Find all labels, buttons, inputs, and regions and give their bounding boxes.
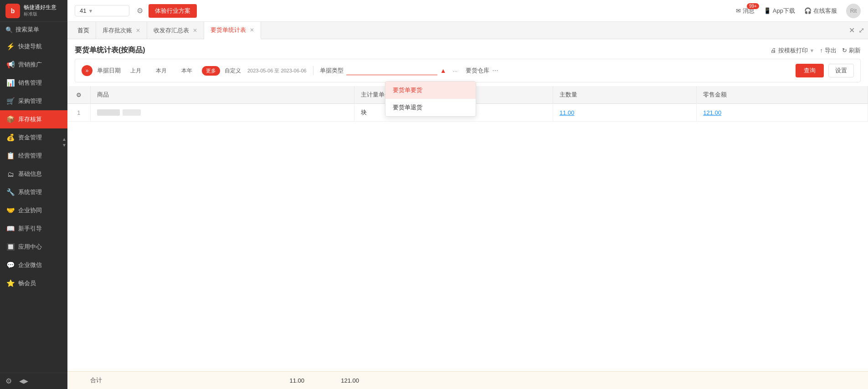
refresh-btn[interactable]: ↻ 刷新 [842,46,861,55]
sidebar-item-inventory-label: 库存核算 [18,115,42,123]
app-download-label: App下载 [773,7,795,15]
quick-nav-icon: ⚡ [6,42,15,51]
sidebar-item-basic[interactable]: 🗂 基础信息 [0,165,67,183]
sidebar-item-marketing[interactable]: 📢 营销推广 [0,56,67,74]
sidebar-item-sales[interactable]: 📊 销售管理 [0,74,67,92]
online-service-icon: 🎧 [804,7,812,14]
tab-receive[interactable]: 收发存汇总表 ✕ [147,22,204,39]
date-btn-this-year[interactable]: 本年 [176,65,197,77]
tab-requisition[interactable]: 要货单统计表 ✕ [204,22,261,39]
type-filter-input[interactable] [346,66,437,75]
sidebar-scroll-up[interactable]: ▲ [62,137,67,142]
amount-link[interactable]: 121.00 [703,109,721,116]
col-settings-icon: ⚙ [76,92,82,98]
sidebar-item-quick-nav-label: 快捷导航 [18,42,42,51]
message-badge: 99+ [747,3,759,9]
filter-divider-1 [313,66,313,75]
refresh-label: 刷新 [849,46,861,55]
table-footer: 合计 11.00 121.00 [67,371,868,389]
marketing-icon: 📢 [6,61,15,69]
sidebar-item-wechat[interactable]: 💬 企业微信 [0,256,67,274]
search-icon: 🔍 [5,26,13,33]
date-btn-last-month[interactable]: 上月 [125,65,146,77]
tab-close-all-btn[interactable]: ✕ [849,26,855,35]
tab-batch-close[interactable]: ✕ [136,27,140,34]
member-icon: ⭐ [6,279,15,287]
col-quantity: 主数量 [553,86,697,104]
tab-batch[interactable]: 库存批次账 ✕ [96,22,147,39]
tab-expand-btn[interactable]: ⤢ [858,26,864,35]
sidebar-item-sales-label: 销售管理 [18,79,42,87]
type-filter-field: 单据类型 ▲ [320,66,447,75]
dropdown-item-requisition-order[interactable]: 要货单要货 [385,82,476,99]
app-logo: b 畅捷通好生意 标准版 [0,0,67,22]
operations-icon: 📋 [6,152,15,160]
guide-icon: 📖 [6,225,15,233]
store-selector[interactable]: 41 ▼ [75,5,129,16]
app-name: 畅捷通好生意 [24,4,56,11]
sidebar-item-finance[interactable]: 💰 资金管理 [0,128,67,147]
print-icon: 🖨 [770,47,776,54]
online-service-btn[interactable]: 🎧 在线客服 [804,7,837,15]
warehouse-filter-dots[interactable]: ··· [492,67,498,75]
enterprise-icon: 🤝 [6,206,15,215]
sales-icon: 📊 [6,79,15,87]
sidebar-item-wechat-label: 企业微信 [18,261,42,269]
sidebar-item-marketing-label: 营销推广 [18,61,42,69]
quantity-link[interactable]: 11.00 [560,109,575,116]
filter-bar: » 单据日期 上月 本月 本年 更多 自定义 2023-05-06 至 2023… [75,59,861,82]
sidebar-item-enterprise-label: 企业协同 [18,206,42,215]
sidebar-item-enterprise[interactable]: 🤝 企业协同 [0,201,67,220]
query-btn[interactable]: 查询 [796,64,824,77]
print-btn[interactable]: 🖨 按模板打印 ▼ [770,46,815,55]
sidebar-item-member[interactable]: ⭐ 畅会员 [0,274,67,292]
sidebar-settings-btn[interactable]: ⚙ [5,377,12,385]
message-btn[interactable]: ✉ 消息 99+ [736,7,755,15]
col-settings[interactable]: ⚙ [67,86,90,104]
type-filter-dots[interactable]: ··· [453,67,458,74]
sidebar-scroll-down[interactable]: ▼ [62,143,67,148]
sidebar-search[interactable]: 🔍 搜索菜单 [0,22,67,37]
sidebar-item-purchase[interactable]: 🛒 采购管理 [0,92,67,110]
trial-btn[interactable]: 体验行业方案 [149,4,197,18]
filter-expand-btn[interactable]: » [82,65,92,76]
app-download-btn[interactable]: 📱 App下载 [764,7,795,15]
page-title: 要货单统计表(按商品) [75,46,145,55]
app-center-icon: 🔲 [6,243,15,251]
date-btn-this-month[interactable]: 本月 [151,65,172,77]
sidebar-item-system-label: 系统管理 [18,188,42,196]
sidebar-toggle-btn[interactable]: ◀▶ [19,378,28,384]
sidebar-nav: ⚡ 快捷导航 📢 营销推广 📊 销售管理 🛒 采购管理 📦 库存核算 💰 资金管… [0,37,67,373]
sidebar-item-app-center-label: 应用中心 [18,243,42,251]
date-btn-custom[interactable]: 自定义 [225,67,241,75]
message-icon: ✉ [736,7,741,14]
sidebar-item-purchase-label: 采购管理 [18,97,42,105]
type-filter-label: 单据类型 [320,67,344,75]
dropdown-item-requisition-return[interactable]: 要货单退货 [385,99,476,116]
sidebar-item-system[interactable]: 🔧 系统管理 [0,183,67,201]
user-avatar[interactable]: Rit [846,4,861,18]
purchase-icon: 🛒 [6,97,15,105]
sidebar-item-app-center[interactable]: 🔲 应用中心 [0,238,67,256]
tab-receive-close[interactable]: ✕ [193,27,197,34]
sidebar-item-inventory[interactable]: 📦 库存核算 [0,110,67,128]
sidebar-item-basic-label: 基础信息 [18,170,42,178]
page-actions: 🖨 按模板打印 ▼ ↑ 导出 ↻ 刷新 [770,46,861,55]
type-filter-arrow[interactable]: ▲ [440,67,447,74]
export-btn[interactable]: ↑ 导出 [820,46,837,55]
sidebar-item-operations[interactable]: 📋 经营管理 [0,147,67,165]
top-header: 41 ▼ ⚙ 体验行业方案 ✉ 消息 99+ 📱 App下载 🎧 在线客服 Ri… [67,0,868,22]
finance-icon: 💰 [6,133,15,142]
filter-settings-btn[interactable]: 设置 [828,64,854,77]
tab-requisition-close[interactable]: ✕ [250,27,254,33]
tab-bar-controls: ✕ ⤢ [849,26,868,35]
sidebar-item-guide[interactable]: 📖 新手引导 [0,220,67,238]
cell-quantity: 11.00 [553,104,697,122]
tab-home[interactable]: 首页 [71,22,96,39]
type-dropdown: 要货单要货 要货单退货 [385,81,476,117]
store-settings-btn[interactable]: ⚙ [137,6,143,15]
export-icon: ↑ [820,47,823,54]
sidebar-item-quick-nav[interactable]: ⚡ 快捷导航 [0,37,67,56]
tab-bar: 首页 库存批次账 ✕ 收发存汇总表 ✕ 要货单统计表 ✕ ✕ ⤢ [67,22,868,39]
date-btn-7days[interactable]: 更多 [202,66,220,76]
